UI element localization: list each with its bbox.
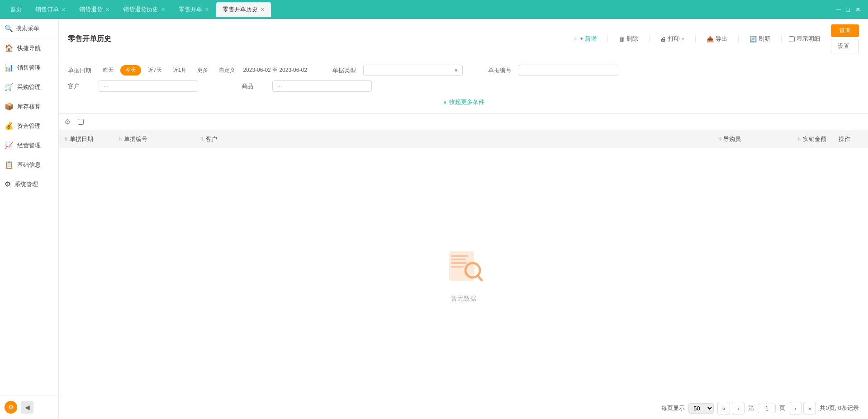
delete-button[interactable]: 🗑 删除: [615, 33, 642, 45]
tab-bar: 首页销售订单✕销货退货✕销货退货历史✕零售开单✕零售开单历史✕: [4, 2, 836, 17]
sidebar-item-sales[interactable]: 📊 销售管理: [0, 58, 58, 77]
per-page-select[interactable]: 50 100 200: [688, 403, 714, 414]
svg-rect-3: [451, 262, 467, 264]
bill-no-input[interactable]: [519, 65, 618, 76]
settings-button-header[interactable]: 设置: [831, 39, 859, 53]
close-button[interactable]: ✕: [855, 6, 861, 13]
sidebar-label-inventory: 库存核算: [17, 103, 41, 111]
sidebar-label-basic-info: 基础信息: [17, 161, 41, 169]
sidebar-search[interactable]: 🔍 搜索采单: [0, 19, 58, 38]
date-shortcut-近1月[interactable]: 近1月: [169, 65, 191, 75]
col-billno[interactable]: ⇅ 单据编号: [119, 135, 200, 143]
last-page-button[interactable]: »: [803, 402, 816, 414]
tab-retail-open-history[interactable]: 零售开单历史✕: [216, 2, 271, 17]
print-button[interactable]: 🖨 打印 ▾: [657, 33, 688, 45]
date-shortcuts: 昨天今天近7天近1月更多自定义: [99, 65, 239, 75]
filter-row-1: 单据日期 昨天今天近7天近1月更多自定义 2023-06-02 至 2023-0…: [68, 65, 859, 76]
product-label: 商品: [242, 82, 269, 90]
page-label: 第: [746, 404, 756, 412]
collapse-more-button[interactable]: ∧ 收起更多条件: [68, 96, 859, 108]
date-shortcut-近7天[interactable]: 近7天: [144, 65, 166, 75]
per-page-label: 每页显示: [661, 404, 685, 412]
collapse-icon: ∧: [443, 99, 447, 106]
table-settings-icon[interactable]: ⚙: [64, 118, 71, 126]
bill-type-select[interactable]: ▾: [363, 65, 463, 76]
tab-close-icon[interactable]: ✕: [205, 7, 209, 13]
table-container: ⚙ ⇅ 单据日期 ⇅ 单据编号 ⇅ 客户 ⇅ 导购员: [59, 114, 868, 397]
tab-sales-return-history[interactable]: 销货退货历史✕: [117, 2, 171, 17]
first-page-button[interactable]: «: [717, 402, 730, 414]
bill-no-field[interactable]: [524, 67, 613, 74]
customer-filter: 客户 ···: [68, 80, 198, 92]
tab-sales-return[interactable]: 销货退货✕: [73, 2, 116, 17]
tab-label: 销售订单: [35, 5, 59, 14]
show-detail-checkbox[interactable]: [789, 36, 795, 42]
date-shortcut-更多[interactable]: 更多: [193, 65, 212, 75]
tab-label: 销货退货: [79, 5, 103, 14]
next-page-button[interactable]: ›: [789, 402, 802, 414]
date-shortcut-今天[interactable]: 今天: [120, 65, 141, 75]
minimize-button[interactable]: ─: [836, 6, 841, 13]
header-actions: ＋ + 新增 🗑 删除 🖨 打印 ▾ 📤 导出: [569, 24, 859, 53]
delete-label: 删除: [626, 35, 638, 43]
refresh-button[interactable]: 🔄 刷新: [746, 33, 774, 45]
tab-close-icon[interactable]: ✕: [62, 7, 66, 13]
maximize-button[interactable]: □: [846, 6, 850, 13]
col-ops-label: 操作: [839, 135, 850, 143]
sidebar-search-label: 搜索采单: [16, 24, 39, 33]
sidebar-item-basic-info[interactable]: 📋 基础信息: [0, 155, 58, 174]
sidebar-item-quick-nav[interactable]: 🏠 快捷导航: [0, 38, 58, 58]
export-button[interactable]: 📤 导出: [703, 33, 731, 45]
add-label: + 新增: [580, 35, 597, 43]
export-icon: 📤: [707, 36, 714, 42]
sort-icon: ⇅: [119, 137, 122, 141]
product-filter: 商品 ···: [242, 80, 372, 92]
show-detail-checkbox-container[interactable]: 显示明细: [789, 35, 820, 43]
tab-close-icon[interactable]: ✕: [261, 7, 265, 13]
tab-sales-order[interactable]: 销售订单✕: [29, 2, 72, 17]
query-button[interactable]: 查询: [831, 24, 859, 37]
customer-input[interactable]: ···: [99, 80, 198, 92]
date-shortcut-昨天[interactable]: 昨天: [99, 65, 118, 75]
date-shortcut-自定义[interactable]: 自定义: [215, 65, 239, 75]
sidebar-item-inventory[interactable]: 📦 库存核算: [0, 97, 58, 116]
collapse-sidebar-button[interactable]: ◀: [21, 401, 33, 414]
pagination-nav: « ‹ 第 页 › »: [717, 402, 816, 414]
tab-home[interactable]: 首页: [4, 2, 28, 17]
refresh-label: 刷新: [759, 35, 770, 43]
svg-rect-1: [451, 255, 468, 257]
sidebar-label-system: 系统管理: [14, 180, 38, 188]
tab-close-icon[interactable]: ✕: [161, 7, 165, 13]
page-input[interactable]: [758, 404, 776, 413]
sort-icon: ⇅: [200, 137, 204, 141]
add-button[interactable]: ＋ + 新增: [569, 33, 600, 45]
select-all-checkbox[interactable]: [78, 119, 84, 125]
col-ops: 操作: [826, 135, 863, 143]
settings-button[interactable]: ⚙: [5, 401, 17, 414]
sidebar-item-system[interactable]: ⚙ 系统管理: [0, 174, 58, 194]
svg-rect-2: [451, 259, 465, 260]
product-input[interactable]: ···: [272, 80, 372, 92]
filter-area: 单据日期 昨天今天近7天近1月更多自定义 2023-06-02 至 2023-0…: [59, 59, 868, 114]
col-amount-label: 实销金额: [803, 135, 826, 143]
sidebar-label-finance: 资金管理: [17, 122, 41, 130]
table-header: ⇅ 单据日期 ⇅ 单据编号 ⇅ 客户 ⇅ 导购员 ⇅ 实销金额: [59, 130, 868, 148]
col-date[interactable]: ⇅ 单据日期: [64, 135, 119, 143]
tab-close-icon[interactable]: ✕: [105, 7, 109, 13]
table-toolbar: ⚙: [59, 114, 868, 130]
sidebar-item-operations[interactable]: 📈 经营管理: [0, 136, 58, 155]
prev-page-button[interactable]: ‹: [732, 402, 745, 414]
col-salesperson[interactable]: ⇅ 导购员: [718, 135, 772, 143]
col-amount[interactable]: ⇅ 实销金额: [772, 135, 826, 143]
sidebar-item-finance[interactable]: 💰 资金管理: [0, 116, 58, 136]
tab-label: 零售开单历史: [223, 5, 258, 14]
print-dropdown-icon: ▾: [682, 36, 684, 42]
sidebar-icon-operations: 📈: [5, 141, 14, 150]
bill-no-label: 单据编号: [488, 66, 515, 75]
sidebar-icon-finance: 💰: [5, 122, 14, 130]
sidebar-item-purchase[interactable]: 🛒 采购管理: [0, 77, 58, 97]
tab-retail-open[interactable]: 零售开单✕: [172, 2, 215, 17]
print-label: 打印: [668, 35, 680, 43]
col-customer[interactable]: ⇅ 客户: [200, 135, 718, 143]
sidebar-icon-quick-nav: 🏠: [5, 44, 14, 52]
